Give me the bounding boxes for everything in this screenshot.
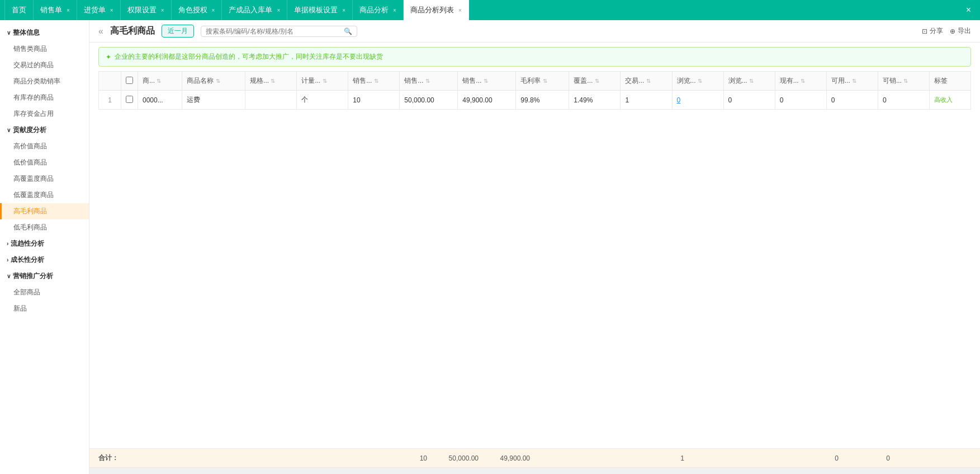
tab-permission[interactable]: 权限设置 ×	[121, 0, 172, 20]
col-gross-rate: 毛利率 ⇅	[516, 72, 569, 91]
close-template-tab[interactable]: ×	[342, 7, 345, 13]
col-browse1: 浏览... ⇅	[672, 72, 723, 91]
col-index	[99, 72, 121, 91]
close-goods-list-tab[interactable]: ×	[458, 7, 462, 13]
close-finished-tab[interactable]: ×	[277, 7, 280, 13]
sidebar-item-sales-goods[interactable]: 销售类商品	[0, 41, 89, 57]
sort-qty-icon[interactable]: ⇅	[374, 78, 378, 84]
col-spec: 规格... ⇅	[245, 72, 297, 91]
sidebar-item-category-rate[interactable]: 商品分类助销率	[0, 73, 89, 90]
cell-checkbox[interactable]	[121, 91, 138, 110]
sort-browse2-icon[interactable]: ⇅	[749, 78, 754, 84]
close-permission-tab[interactable]: ×	[161, 7, 164, 13]
table-container: 商... ⇅ 商品名称 ⇅ 规格... ⇅ 计量... ⇅ 销售... ⇅ 销售…	[89, 71, 980, 448]
sidebar-item-low-coverage[interactable]: 低覆盖度商品	[0, 187, 89, 203]
sort-browse1-icon[interactable]: ⇅	[698, 78, 702, 84]
search-icon[interactable]: 🔍	[344, 27, 352, 35]
cell-instock: 0	[775, 91, 826, 110]
sidebar: ∨ 整体信息 销售类商品 交易过的商品 商品分类助销率 有库存的商品 库存资金占…	[0, 20, 89, 474]
tab-purchase[interactable]: 进货单 ×	[77, 0, 121, 20]
close-sales-tab[interactable]: ×	[67, 7, 70, 13]
cell-code: 0000...	[138, 91, 182, 110]
alert-icon: ✦	[106, 53, 111, 61]
sidebar-item-traded-goods[interactable]: 交易过的商品	[0, 57, 89, 73]
cell-unit: 个	[297, 91, 348, 110]
arrow-icon-contribution: ∨	[7, 127, 11, 133]
sort-unit-icon[interactable]: ⇅	[323, 78, 327, 84]
row-checkbox[interactable]	[126, 96, 133, 103]
sort-name-icon[interactable]: ⇅	[216, 78, 220, 84]
goods-table: 商... ⇅ 商品名称 ⇅ 规格... ⇅ 计量... ⇅ 销售... ⇅ 销售…	[98, 71, 971, 110]
close-goods-analysis-tab[interactable]: ×	[393, 7, 396, 13]
footer-instock: 0	[798, 454, 843, 462]
sort-code-icon[interactable]: ⇅	[157, 78, 161, 84]
select-all-checkbox[interactable]	[126, 77, 133, 84]
sidebar-group-overview[interactable]: ∨ 整体信息	[0, 25, 89, 41]
export-button[interactable]: ⊕ 导出	[950, 26, 971, 36]
export-icon: ⊕	[950, 27, 955, 35]
cell-browse2: 0	[723, 91, 775, 110]
cell-sale-qty: 10	[348, 91, 400, 110]
table-row: 1 0000... 运费 个 10 50,000.00 49,900.00 99…	[99, 91, 971, 110]
sort-coverage-icon[interactable]: ⇅	[595, 78, 599, 84]
sidebar-item-low-margin[interactable]: 低毛利商品	[0, 219, 89, 236]
footer-trade: 1	[644, 454, 689, 462]
sidebar-group-contribution[interactable]: ∨ 贡献度分析	[0, 122, 89, 138]
sort-amt-icon[interactable]: ⇅	[425, 78, 430, 84]
close-role-tab[interactable]: ×	[212, 7, 215, 13]
tab-goods-analysis-list[interactable]: 商品分析列表 ×	[404, 0, 469, 20]
footer-sale-amt: 50,000.00	[438, 454, 483, 462]
tab-sales[interactable]: 销售单 ×	[34, 0, 77, 20]
sidebar-item-new-goods[interactable]: 新品	[0, 301, 89, 317]
close-purchase-tab[interactable]: ×	[110, 7, 113, 13]
sort-amt2-icon[interactable]: ⇅	[484, 78, 488, 84]
sort-saleable-icon[interactable]: ⇅	[903, 78, 908, 84]
search-input[interactable]	[206, 27, 340, 35]
alert-banner: ✦ 企业的主要的利润都是这部分商品创造的，可考虑加大推广，同时关注库存是不要出现…	[98, 47, 971, 67]
sidebar-group-growth[interactable]: › 成长性分析	[0, 252, 89, 268]
tab-home[interactable]: 首页	[4, 0, 34, 20]
bottom-scrollbar[interactable]	[89, 467, 980, 474]
sort-gross-icon[interactable]: ⇅	[543, 78, 547, 84]
cell-trade: 1	[621, 91, 672, 110]
tab-goods-analysis[interactable]: 商品分析 ×	[353, 0, 404, 20]
sort-available-icon[interactable]: ⇅	[852, 78, 856, 84]
share-button[interactable]: ⊡ 分享	[922, 26, 943, 36]
col-sale-qty: 销售... ⇅	[348, 72, 400, 91]
filter-recent-month-button[interactable]: 近一月	[162, 25, 194, 37]
col-coverage: 覆盖... ⇅	[569, 72, 621, 91]
footer-sale-qty: 10	[387, 454, 432, 462]
arrow-icon-marketing: ∨	[7, 273, 11, 279]
sidebar-item-stock-capital[interactable]: 库存资金占用	[0, 106, 89, 122]
sidebar-item-low-value[interactable]: 低价值商品	[0, 154, 89, 171]
collapse-sidebar-button[interactable]: «	[98, 26, 103, 36]
col-browse2: 浏览... ⇅	[723, 72, 775, 91]
sidebar-item-high-value[interactable]: 高价值商品	[0, 138, 89, 154]
cell-spec	[245, 91, 297, 110]
sidebar-item-all-goods[interactable]: 全部商品	[0, 284, 89, 301]
col-sale-amt2: 销售... ⇅	[458, 72, 516, 91]
sidebar-group-marketing[interactable]: ∨ 营销推广分析	[0, 268, 89, 284]
sort-trade-icon[interactable]: ⇅	[646, 78, 651, 84]
sort-spec-icon[interactable]: ⇅	[271, 78, 275, 84]
header-actions: ⊡ 分享 ⊕ 导出	[922, 26, 971, 36]
tab-template[interactable]: 单据模板设置 ×	[287, 0, 353, 20]
cell-tag: 高收入	[929, 91, 970, 110]
sidebar-group-trend[interactable]: › 流趋性分析	[0, 236, 89, 252]
main-layout: ∨ 整体信息 销售类商品 交易过的商品 商品分类助销率 有库存的商品 库存资金占…	[0, 20, 980, 474]
tab-finished-goods[interactable]: 产成品入库单 ×	[222, 0, 287, 20]
cell-coverage: 1.49%	[569, 91, 621, 110]
sidebar-item-high-coverage[interactable]: 高覆盖度商品	[0, 171, 89, 187]
page-title: 高毛利商品	[110, 25, 155, 37]
footer-available: 0	[850, 454, 894, 462]
arrow-icon: ∨	[7, 30, 11, 36]
col-checkbox[interactable]	[121, 72, 138, 91]
cell-browse1[interactable]: 0	[672, 91, 723, 110]
tab-role[interactable]: 角色授权 ×	[172, 0, 222, 20]
col-unit: 计量... ⇅	[297, 72, 348, 91]
sidebar-item-high-margin[interactable]: 高毛利商品	[0, 203, 89, 219]
sidebar-item-in-stock[interactable]: 有库存的商品	[0, 90, 89, 106]
sort-instock-icon[interactable]: ⇅	[801, 78, 805, 84]
window-close-button[interactable]: ×	[962, 5, 976, 15]
share-icon: ⊡	[922, 27, 927, 35]
